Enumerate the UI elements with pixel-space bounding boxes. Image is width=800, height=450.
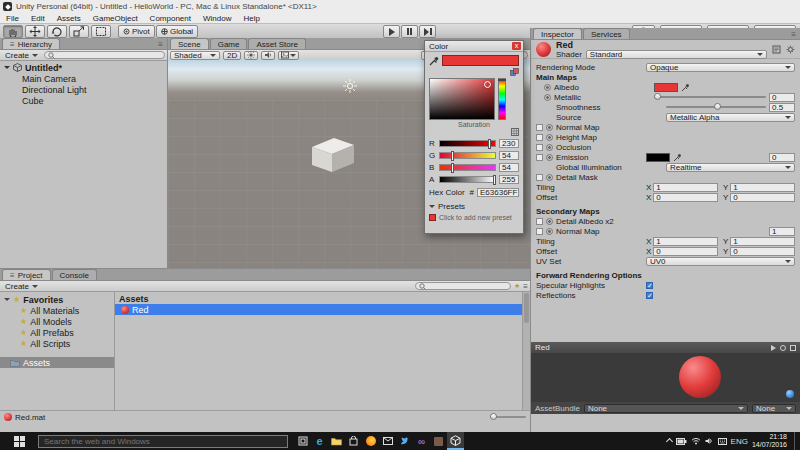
secondary-tiling-x-field[interactable]: 1 <box>653 237 718 246</box>
effects-dropdown-button[interactable] <box>278 51 299 60</box>
asset-item-red[interactable]: Red <box>115 304 530 315</box>
volume-icon[interactable] <box>705 437 714 445</box>
hierarchy-item-main-camera[interactable]: Main Camera <box>0 73 167 84</box>
albedo-target-icon[interactable] <box>544 84 551 91</box>
current-color-swatch[interactable] <box>442 55 519 66</box>
assetbundle-dropdown[interactable]: None <box>584 404 748 413</box>
eyedropper-icon[interactable] <box>681 83 690 92</box>
tiling-y-field[interactable]: 1 <box>730 183 795 192</box>
detail-mask-checkbox[interactable] <box>536 174 543 181</box>
keyboard-icon[interactable] <box>718 438 727 445</box>
metallic-target-icon[interactable] <box>544 94 551 101</box>
favorite-all-materials[interactable]: ★ All Materials <box>0 305 114 316</box>
global-illumination-dropdown[interactable]: Realtime <box>666 163 795 172</box>
detail-albedo-checkbox[interactable] <box>536 218 543 225</box>
color-picker-titlebar[interactable]: Color x <box>425 41 523 52</box>
g-value-field[interactable]: 54 <box>499 151 519 160</box>
pivot-toggle-button[interactable]: Pivot <box>118 25 155 38</box>
step-button[interactable] <box>419 25 436 38</box>
hierarchy-item-cube[interactable]: Cube <box>0 95 167 106</box>
play-button[interactable] <box>383 25 400 38</box>
tiling-x-field[interactable]: 1 <box>653 183 718 192</box>
b-value-field[interactable]: 54 <box>499 163 519 172</box>
tab-services[interactable]: Services <box>583 28 630 39</box>
tab-hierarchy[interactable]: ≡ Hierarchy <box>2 38 60 49</box>
light-probe-icon[interactable] <box>786 390 794 398</box>
tab-console[interactable]: Console <box>52 269 97 280</box>
menu-edit[interactable]: Edit <box>25 14 51 23</box>
help-book-icon[interactable] <box>772 45 781 54</box>
taskbar-clock[interactable]: 21:18 14/07/2016 <box>752 433 787 449</box>
tab-inspector[interactable]: Inspector <box>533 28 582 39</box>
tab-asset-store[interactable]: Asset Store <box>248 38 305 49</box>
tray-expand-icon[interactable] <box>666 437 673 444</box>
reflections-checkbox[interactable]: ✓ <box>646 292 653 299</box>
battery-icon[interactable] <box>676 438 687 445</box>
language-indicator[interactable]: ENG <box>731 437 748 446</box>
panel-menu-icon[interactable]: ≡ <box>158 40 163 49</box>
emission-value-field[interactable]: 0 <box>769 153 795 162</box>
scrollbar-thumb[interactable] <box>524 293 529 323</box>
r-slider-thumb[interactable] <box>488 139 491 149</box>
menu-window[interactable]: Window <box>197 14 237 23</box>
menu-file[interactable]: File <box>0 14 25 23</box>
assetbundle-variant-dropdown[interactable]: None <box>752 404 796 413</box>
secondary-normal-target-icon[interactable] <box>546 228 553 235</box>
a-value-field[interactable]: 255 <box>499 175 519 184</box>
zoom-slider-thumb[interactable] <box>490 413 497 420</box>
normal-map-checkbox[interactable] <box>536 124 543 131</box>
show-desktop-button[interactable] <box>794 432 798 450</box>
preview-header[interactable]: Red <box>531 342 800 353</box>
height-map-target-icon[interactable] <box>546 134 553 141</box>
g-slider[interactable] <box>439 152 496 159</box>
task-view-button[interactable] <box>294 432 311 450</box>
favorite-all-models[interactable]: ★ All Models <box>0 316 114 327</box>
preset-red-swatch[interactable] <box>429 214 436 221</box>
twitter-button[interactable] <box>396 432 413 450</box>
scene-root-row[interactable]: Untitled* <box>0 62 167 73</box>
height-map-checkbox[interactable] <box>536 134 543 141</box>
hierarchy-item-directional-light[interactable]: Directional Light <box>0 84 167 95</box>
rotate-tool-button[interactable] <box>47 25 67 38</box>
unity-taskbar-button[interactable] <box>447 432 464 450</box>
favorites-row[interactable]: ★ Favorites <box>0 294 114 305</box>
presets-foldout-icon[interactable] <box>429 205 435 208</box>
saturation-value-box[interactable] <box>429 78 495 120</box>
metallic-slider-thumb[interactable] <box>654 93 661 100</box>
preview-viewport[interactable] <box>531 353 800 402</box>
specular-highlights-checkbox[interactable]: ✓ <box>646 282 653 289</box>
occlusion-target-icon[interactable] <box>546 144 553 151</box>
menu-gameobject[interactable]: GameObject <box>87 14 144 23</box>
rendering-mode-dropdown[interactable]: Opaque <box>646 63 795 72</box>
scale-tool-button[interactable] <box>69 25 89 38</box>
tab-project[interactable]: ≡ Project <box>2 269 51 280</box>
secondary-tiling-y-field[interactable]: 1 <box>730 237 795 246</box>
source-dropdown[interactable]: Metallic Alpha <box>666 113 795 122</box>
b-slider-thumb[interactable] <box>451 163 454 173</box>
project-create-button[interactable]: Create <box>2 282 41 291</box>
secondary-normal-checkbox[interactable] <box>536 228 543 235</box>
assets-folder-row[interactable]: Assets <box>0 357 114 368</box>
metallic-value-field[interactable]: 0 <box>769 93 795 102</box>
edge-button[interactable]: e <box>311 432 328 450</box>
emission-color-swatch[interactable] <box>646 153 670 162</box>
hue-strip[interactable] <box>498 78 506 120</box>
thumbnail-zoom-slider[interactable] <box>490 416 526 418</box>
asset-list-scrollbar[interactable] <box>522 292 530 410</box>
expand-arrow-icon[interactable] <box>4 298 10 301</box>
hierarchy-create-button[interactable]: Create <box>2 51 41 60</box>
shaded-dropdown[interactable]: Shaded <box>170 51 220 60</box>
firefox-button[interactable] <box>362 432 379 450</box>
hand-tool-button[interactable] <box>3 25 23 38</box>
2d-toggle-button[interactable]: 2D <box>223 51 241 60</box>
visual-studio-button[interactable]: ∞ <box>413 432 430 450</box>
file-explorer-button[interactable] <box>328 432 345 450</box>
uv-set-dropdown[interactable]: UV0 <box>646 257 795 266</box>
preview-light-icon[interactable] <box>780 345 786 351</box>
favorite-all-scripts[interactable]: ★ All Scripts <box>0 338 114 349</box>
secondary-offset-y-field[interactable]: 0 <box>730 247 795 256</box>
b-slider[interactable] <box>439 164 496 171</box>
eyedropper-icon[interactable] <box>673 153 682 162</box>
lighting-toggle-button[interactable] <box>244 51 258 60</box>
metallic-slider[interactable] <box>654 96 766 98</box>
